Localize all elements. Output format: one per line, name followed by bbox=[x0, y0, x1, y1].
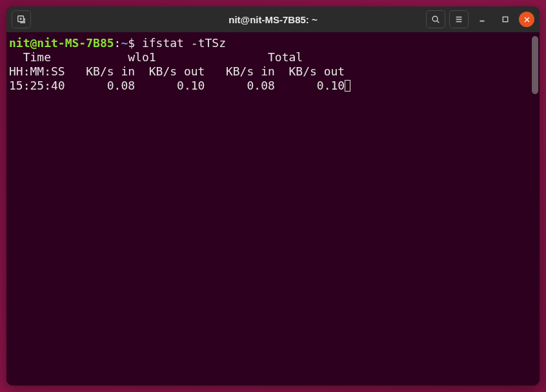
terminal-output: nit@nit-MS-7B85:~$ ifstat -tTSz Time wlo… bbox=[9, 36, 534, 93]
minimize-button[interactable] bbox=[472, 10, 492, 28]
menu-button[interactable] bbox=[449, 10, 469, 28]
titlebar: nit@nit-MS-7B85: ~ bbox=[6, 6, 540, 32]
search-button[interactable] bbox=[426, 10, 445, 28]
scrollbar-thumb[interactable] bbox=[532, 36, 538, 94]
output-header-2: HH:MM:SS KB/s in KB/s out KB/s in KB/s o… bbox=[9, 64, 345, 78]
prompt-separator: : bbox=[114, 36, 121, 50]
prompt-suffix: $ bbox=[128, 36, 142, 50]
output-row-1: 15:25:40 0.08 0.10 0.08 0.10 bbox=[9, 79, 345, 92]
prompt-user-host: nit@nit-MS-7B85 bbox=[9, 36, 114, 50]
prompt-path: ~ bbox=[121, 36, 128, 50]
cursor bbox=[345, 80, 350, 92]
terminal-window: nit@nit-MS-7B85: ~ bbox=[6, 6, 540, 386]
terminal-body[interactable]: nit@nit-MS-7B85:~$ ifstat -tTSz Time wlo… bbox=[6, 32, 540, 386]
close-button[interactable] bbox=[519, 12, 534, 27]
svg-point-1 bbox=[432, 16, 438, 21]
maximize-button[interactable] bbox=[496, 10, 515, 28]
window-title: nit@nit-MS-7B85: ~ bbox=[228, 14, 318, 25]
svg-rect-2 bbox=[503, 17, 508, 22]
new-tab-button[interactable] bbox=[12, 10, 31, 28]
typed-command: ifstat -tTSz bbox=[142, 36, 226, 50]
output-header-1: Time wlo1 Total bbox=[9, 50, 345, 64]
